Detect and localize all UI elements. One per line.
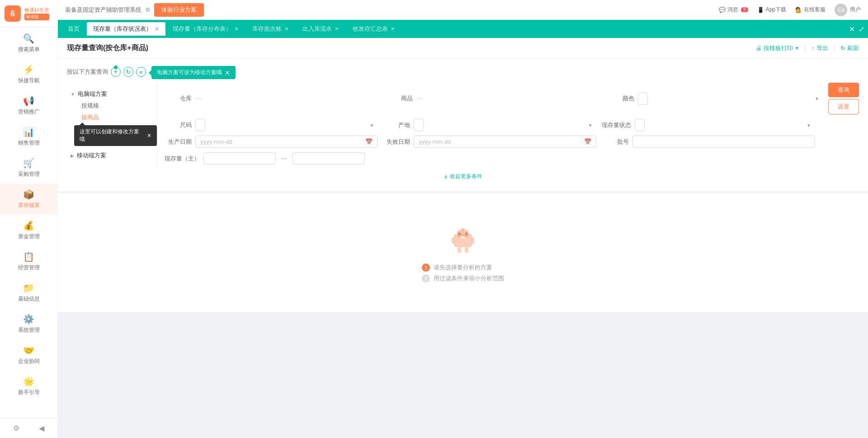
sidebar-item-purchase[interactable]: 🛒 采购管理 bbox=[0, 152, 57, 184]
tab-close-inventory-status[interactable]: ✕ bbox=[155, 26, 159, 32]
collapse-label: 收起更多条件 bbox=[450, 173, 482, 180]
stock-status-label: 现存量状态 bbox=[602, 121, 631, 129]
batch-no-input[interactable] bbox=[632, 136, 815, 148]
support-icon: 💁 bbox=[795, 7, 802, 13]
svg-rect-5 bbox=[452, 237, 454, 244]
sidebar-item-quick-nav[interactable]: ⚡ 快捷导航 bbox=[0, 59, 57, 90]
origin-select[interactable] bbox=[414, 119, 424, 131]
svg-rect-8 bbox=[465, 247, 468, 253]
operations-icon: 📋 bbox=[23, 251, 34, 262]
chevron-up-icon: ∧ bbox=[444, 174, 448, 180]
filter-refresh-btn[interactable]: ↻ bbox=[123, 67, 133, 77]
expire-date-input[interactable]: yyyy-mm-dd 📅 bbox=[414, 136, 596, 148]
tab-inventory-status[interactable]: 现存量（库存状况表） ✕ bbox=[87, 22, 165, 36]
tab-home[interactable]: 首页 bbox=[61, 22, 86, 36]
sidebar-item-guide[interactable]: 🌟 新手引导 bbox=[0, 371, 57, 402]
collapse-footer-btn[interactable]: ◀ bbox=[39, 424, 44, 433]
sidebar-item-marketing[interactable]: 📢 营销推广 bbox=[0, 90, 57, 121]
refresh-btn[interactable]: ↻ 刷新 bbox=[840, 44, 859, 52]
industry-btn[interactable]: 体验行业方案 bbox=[154, 3, 204, 17]
scheme-desktop-label: 电脑端方案 bbox=[78, 90, 107, 98]
basic-icon: 📁 bbox=[23, 283, 34, 293]
page-content: 现存量查询(按仓库+商品) 🖨 按模板打印 ▼ | ↑ 导出 | bbox=[58, 38, 868, 438]
tab-close-in-out-flow[interactable]: ✕ bbox=[335, 26, 339, 32]
filter-row-2: 尺码 产地 bbox=[165, 119, 859, 131]
message-action[interactable]: 💬 消息 9 bbox=[719, 6, 748, 14]
tab-in-out-flow[interactable]: 出入库流水 ✕ bbox=[296, 22, 345, 36]
filter-row-4: 现存量（主） — bbox=[165, 152, 859, 165]
message-badge: 9 bbox=[741, 7, 748, 12]
sidebar-item-sales[interactable]: 📊 销售管理 bbox=[0, 121, 57, 152]
tab-batch-account[interactable]: 库存批次账 ✕ bbox=[246, 22, 295, 36]
add-btn-indicator bbox=[114, 66, 118, 69]
tab-inventory-status-label: 现存量（库存状况表） bbox=[93, 25, 152, 33]
expire-date-label: 失效日期 bbox=[383, 138, 410, 146]
calendar-icon-produce: 📅 bbox=[365, 138, 373, 145]
refresh-label: 刷新 bbox=[847, 44, 859, 52]
sidebar-item-label: 采购管理 bbox=[18, 170, 40, 178]
empty-step-1-text: 请先选择要分析的方案 bbox=[434, 264, 492, 272]
stock-main-label: 现存量（主） bbox=[165, 155, 200, 163]
tab-close-collect-summary[interactable]: ✕ bbox=[391, 26, 395, 32]
edit-tooltip-text: 这里可以创建和修改方案哦 bbox=[80, 128, 144, 143]
purchase-icon: 🛒 bbox=[23, 158, 34, 169]
scheme-desktop-expand[interactable]: ▼ 电脑端方案 bbox=[67, 88, 157, 100]
page-title: 现存量查询(按仓库+商品) bbox=[67, 43, 148, 53]
search-btn[interactable]: 查询 bbox=[828, 83, 859, 97]
stock-main-input[interactable] bbox=[203, 152, 276, 165]
finance-icon: 💰 bbox=[23, 220, 34, 231]
tab-bar: 首页 现存量（库存状况表） ✕ 现存量（库存分布表） ✕ 库存批次账 ✕ 出入库… bbox=[58, 20, 868, 38]
scheme-mobile-expand[interactable]: ▶ 移动端方案 bbox=[67, 150, 157, 161]
quick-nav-icon: ⚡ bbox=[23, 64, 34, 75]
collapse-bar[interactable]: ∧ 收起更多条件 bbox=[67, 169, 859, 184]
inventory-icon: 📦 bbox=[23, 189, 34, 200]
tab-close-batch-account[interactable]: ✕ bbox=[284, 26, 289, 32]
goods-dots[interactable]: ··· bbox=[416, 94, 422, 103]
scheme-item-by-spec[interactable]: 按规格 bbox=[78, 100, 157, 112]
filter-back-btn[interactable]: « bbox=[136, 67, 146, 77]
export-btn[interactable]: ↑ 导出 bbox=[811, 44, 828, 52]
color-select[interactable] bbox=[638, 93, 648, 105]
tab-collect-summary[interactable]: 收发存汇总表 ✕ bbox=[346, 22, 401, 36]
sidebar-item-label: 基础信息 bbox=[18, 295, 40, 303]
filter-fields: 仓库 ··· 商品 ··· 颜色 bbox=[157, 83, 859, 169]
svg-rect-4 bbox=[461, 236, 465, 238]
produce-date-input[interactable]: yyyy-mm-dd 📅 bbox=[195, 136, 377, 148]
user-action[interactable]: Ea 用户 bbox=[835, 4, 861, 16]
sidebar-item-finance[interactable]: 💰 资金管理 bbox=[0, 215, 57, 246]
edit-tooltip-close[interactable]: ✕ bbox=[147, 132, 151, 139]
setting-btn[interactable]: 设置 bbox=[828, 99, 859, 114]
gear-icon[interactable]: ⚙ bbox=[145, 6, 151, 13]
sidebar-item-basic[interactable]: 📁 基础信息 bbox=[0, 277, 57, 308]
sidebar-item-enterprise[interactable]: 🤝 企业协同 bbox=[0, 339, 57, 371]
enterprise-icon: 🤝 bbox=[23, 345, 34, 356]
message-label: 消息 bbox=[727, 6, 738, 14]
tab-close-all-btn[interactable]: ✕ bbox=[849, 25, 855, 33]
online-support-action[interactable]: 💁 在线客服 bbox=[795, 6, 826, 14]
tab-home-label: 首页 bbox=[68, 25, 80, 33]
add-tooltip-close[interactable]: ✕ bbox=[225, 69, 230, 76]
settings-footer-btn[interactable]: ⚙ bbox=[13, 424, 19, 433]
sidebar-item-label: 新手引导 bbox=[18, 389, 40, 396]
print-dropdown-icon: ▼ bbox=[795, 46, 799, 51]
svg-point-2 bbox=[458, 232, 461, 235]
tab-fullscreen-btn[interactable]: ⤢ bbox=[859, 25, 864, 33]
app-download-action[interactable]: 📱 App下载 bbox=[757, 6, 786, 14]
tab-inventory-dist[interactable]: 现存量（库存分布表） ✕ bbox=[166, 22, 245, 36]
scheme-item-by-goods[interactable]: 按商品 bbox=[78, 112, 157, 123]
sidebar-item-operations[interactable]: 📋 经营管理 bbox=[0, 246, 57, 277]
warehouse-dots[interactable]: ··· bbox=[195, 94, 201, 103]
refresh-icon: ↻ bbox=[840, 45, 845, 52]
sidebar-item-search[interactable]: 🔍 搜索菜单 bbox=[0, 28, 57, 59]
print-btn[interactable]: 🖨 按模板打印 ▼ bbox=[756, 44, 799, 52]
stock-status-select[interactable] bbox=[635, 119, 645, 131]
top-header: 装备及固定资产辅助管理系统 ⚙ 体验行业方案 💬 消息 9 📱 App下载 💁 … bbox=[58, 0, 868, 20]
size-label: 尺码 bbox=[165, 121, 192, 129]
size-select[interactable] bbox=[195, 119, 205, 131]
sidebar-item-inventory[interactable]: 📦 库存核算 bbox=[0, 184, 57, 215]
stock-main-input-end[interactable] bbox=[292, 152, 365, 165]
sidebar-item-system[interactable]: ⚙️ 系统管理 bbox=[0, 308, 57, 339]
tab-close-inventory-dist[interactable]: ✕ bbox=[234, 26, 239, 32]
origin-label: 产地 bbox=[383, 121, 410, 129]
produce-date-placeholder: yyyy-mm-dd bbox=[200, 138, 232, 145]
